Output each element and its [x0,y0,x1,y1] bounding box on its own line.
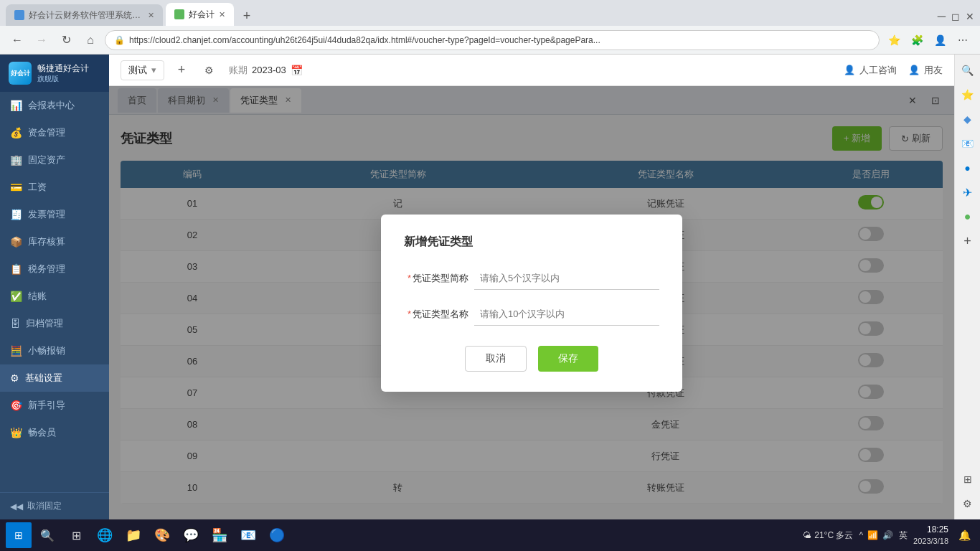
archive-icon: 🗄 [10,318,20,329]
period-info: 账期 2023-03 📅 [229,64,303,77]
right-mail-button[interactable]: 📧 [958,133,978,154]
notification-button[interactable]: 🔔 [954,525,974,545]
inventory-icon: 📦 [10,236,22,248]
forward-button[interactable]: → [32,30,52,50]
sidebar-item-finance[interactable]: 💰 资金管理 [0,119,109,146]
mail-taskbar-button[interactable]: 📧 [235,522,261,548]
store-taskbar-button[interactable]: 🏪 [207,522,232,548]
sidebar-item-salary[interactable]: 💳 工资 [0,174,109,201]
right-search-button[interactable]: 🔍 [958,60,978,80]
period-value: 2023-03 [252,65,286,75]
chevron-up-icon[interactable]: ^ [859,530,863,540]
sidebar-item-expense[interactable]: 🧮 小畅报销 [0,337,109,364]
wechat-taskbar-button[interactable]: 💬 [178,522,204,548]
calendar-icon[interactable]: 📅 [291,65,303,76]
start-button[interactable]: ⊞ [6,522,32,548]
sidebar-item-archive[interactable]: 🗄 归档管理 [0,310,109,337]
time-display: 18:25 [913,524,948,536]
tab-favicon-active [174,9,184,19]
sidebar-item-settings[interactable]: ⚙ 基础设置 [0,364,109,392]
sidebar-nav: 📊 会报表中心 💰 资金管理 🏢 固定资产 💳 工资 🧾 发票管理 📦 [0,92,109,492]
abbr-label: *凭证类型简称 [404,272,468,285]
name-label: *凭证类型名称 [404,308,468,321]
workspace-settings-button[interactable]: ⚙ [199,60,219,80]
reports-icon: 📊 [10,100,22,111]
finance-icon: 💰 [10,127,22,138]
modal-overlay: 新增凭证类型 *凭证类型简称 *凭证类型名称 [109,86,954,519]
right-plane-button[interactable]: ✈ [958,182,978,202]
assets-icon: 🏢 [10,154,22,166]
lock-icon: 🔒 [114,35,125,45]
sidebar-item-member[interactable]: 👑 畅会员 [0,419,109,446]
sidebar-item-assets[interactable]: 🏢 固定资产 [0,146,109,174]
network-icon: 📶 [867,530,878,540]
period-label: 账期 [229,64,248,77]
modal-form: *凭证类型简称 *凭证类型名称 [404,267,659,326]
add-workspace-button[interactable]: + [171,60,192,80]
url-bar[interactable]: 🔒 https://cloud2.chanjet.com/accounting/… [105,30,880,50]
extensions-button[interactable]: 🧩 [907,30,927,50]
sidebar-item-checkout[interactable]: ✅ 结账 [0,283,109,310]
top-bar-right: 👤 人工咨询 👤 用友 [844,64,943,77]
edge-taskbar-button[interactable]: 🌐 [92,522,118,548]
close-button[interactable]: ✕ [966,11,974,22]
browser-tab-inactive[interactable]: 好会计云财务软件管理系统_会计 ✕ [6,4,163,26]
chrome-taskbar-button[interactable]: 🎨 [149,522,175,548]
right-settings-button[interactable]: ⚙ [958,494,978,514]
bookmark-button[interactable]: ⭐ [884,30,904,50]
back-button[interactable]: ← [7,30,27,50]
cancel-fixed-button[interactable]: ◀◀ 取消固定 [0,492,109,519]
sidebar-logo: 好会计 畅捷通好会计 旗舰版 [0,55,109,92]
explorer-taskbar-button[interactable]: 📁 [121,522,146,548]
sidebar-item-invoices[interactable]: 🧾 发票管理 [0,201,109,228]
profile-button[interactable]: 👤 [930,30,950,50]
modal-actions: 取消 保存 [404,346,659,372]
invoices-icon: 🧾 [10,209,22,220]
workspace-selector[interactable]: 测试 ▾ [121,60,164,80]
right-star-button[interactable]: ⭐ [958,85,978,105]
taskbar: ⊞ 🔍 ⊞ 🌐 📁 🎨 💬 🏪 📧 🔵 🌤 21°C 多云 ^ 📶 🔊 英 18… [0,519,980,551]
right-grid-button[interactable]: ⊞ [958,469,978,489]
sidebar-item-guide[interactable]: 🎯 新手引导 [0,392,109,419]
minimize-button[interactable]: ─ [938,10,946,23]
consult-button[interactable]: 👤 人工咨询 [844,64,897,77]
consult-icon: 👤 [844,65,855,75]
sidebar-item-tax[interactable]: 📋 税务管理 [0,255,109,283]
modal-dialog: 新增凭证类型 *凭证类型简称 *凭证类型名称 [381,215,682,392]
settings-icon: ⚙ [10,372,19,384]
user-button[interactable]: 👤 用友 [908,64,943,77]
menu-button[interactable]: ⋯ [953,30,973,50]
sidebar-item-inventory[interactable]: 📦 库存核算 [0,228,109,255]
browser-tab-active[interactable]: 好会计 ✕ [166,3,234,26]
date-display: 2023/3/18 [913,536,948,547]
browser-taskbar-button[interactable]: 🔵 [264,522,290,548]
taskbar-right: 🌤 21°C 多云 ^ 📶 🔊 英 18:25 2023/3/18 🔔 [803,524,974,547]
lang-indicator: 英 [899,529,908,542]
name-input[interactable] [474,303,659,326]
right-green-button[interactable]: ● [958,207,978,227]
right-circle-button[interactable]: ● [958,158,978,178]
guide-icon: 🎯 [10,400,22,411]
cancel-button[interactable]: 取消 [465,346,527,372]
right-diamond-button[interactable]: ◆ [958,109,978,129]
abbr-input[interactable] [474,267,659,290]
save-button[interactable]: 保存 [538,346,598,372]
browser-window: 好会计云财务软件管理系统_会计 ✕ 好会计 ✕ + ─ ◻ ✕ ← → ↻ ⌂ … [0,0,980,55]
search-taskbar-button[interactable]: 🔍 [34,522,60,548]
member-icon: 👑 [10,427,22,438]
home-button[interactable]: ⌂ [80,30,100,50]
refresh-button[interactable]: ↻ [56,30,76,50]
pin-icon: ◀◀ [10,501,23,512]
sidebar-item-reports[interactable]: 📊 会报表中心 [0,92,109,119]
url-text: https://cloud2.chanjet.com/accounting/uh… [129,35,600,45]
right-add-button[interactable]: + [958,231,978,251]
maximize-button[interactable]: ◻ [951,11,960,22]
tab-close-active-icon[interactable]: ✕ [219,10,225,19]
logo-sub: 旗舰版 [37,74,89,84]
task-view-button[interactable]: ⊞ [63,522,89,548]
abbr-field-row: *凭证类型简称 [404,267,659,290]
salary-icon: 💳 [10,182,22,193]
new-tab-button[interactable]: + [237,6,257,26]
tab-close-icon[interactable]: ✕ [148,11,154,20]
sidebar: 好会计 畅捷通好会计 旗舰版 📊 会报表中心 💰 资金管理 🏢 固定资产 💳 [0,55,109,519]
